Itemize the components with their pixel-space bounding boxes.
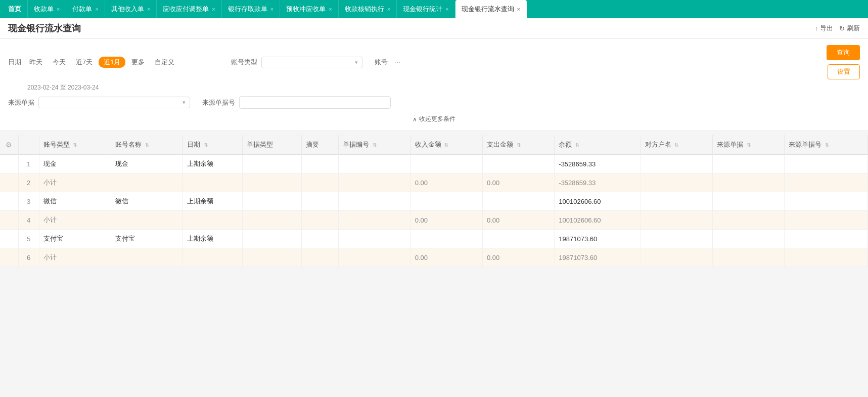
col-gear-cell (0, 173, 18, 192)
col-counterpart-cell (641, 248, 712, 267)
close-icon[interactable]: × (212, 6, 215, 12)
table-row: 6小计0.000.0019871073.60 (0, 248, 868, 267)
col-account-type-cell: 小计 (39, 173, 111, 192)
col-doc-no-cell (339, 173, 410, 192)
col-summary: 摘要 (302, 135, 339, 155)
nav-tab-label: 银行存取款单 (228, 5, 267, 14)
collapse-bar[interactable]: ∧ 收起更多条件 (8, 113, 860, 124)
col-expense-label: 支出金额 (487, 141, 513, 148)
col-source-doc-cell (713, 192, 785, 211)
col-date-cell: 上期余额 (183, 155, 242, 173)
table-row: 5支付宝支付宝上期余额19871073.60 (0, 230, 868, 248)
nav-tab-yinhangcunqu[interactable]: 银行存取款单 × (222, 0, 280, 18)
page-header: 现金银行流水查询 ↑ 导出 ↻ 刷新 (0, 18, 868, 39)
col-gear-cell (0, 211, 18, 230)
gear-icon[interactable]: ⚙ (6, 141, 12, 149)
col-account-name-cell: 微信 (111, 192, 183, 211)
sort-icon[interactable]: ⇅ (747, 142, 751, 148)
nav-tab-label: 应收应付调整单 (163, 5, 209, 14)
source-doc-no-input[interactable] (239, 96, 391, 109)
sort-icon[interactable]: ⇅ (444, 142, 448, 148)
date-option-yesterday[interactable]: 昨天 (25, 57, 47, 68)
nav-tab-label: 现金银行流水查询 (462, 5, 514, 14)
account-no-more-button[interactable]: ··· (392, 58, 402, 67)
date-option-more[interactable]: 更多 (127, 57, 149, 68)
col-gear-cell (0, 155, 18, 173)
sort-icon[interactable]: ⇅ (373, 142, 377, 148)
col-doc-no-cell (339, 230, 410, 248)
col-account-name-cell (111, 248, 183, 267)
date-option-7days[interactable]: 近7天 (72, 57, 97, 68)
close-icon[interactable]: × (517, 6, 520, 12)
nav-tab-yingshouyinfu[interactable]: 应收应付调整单 × (157, 0, 221, 18)
col-balance-cell: 100102606.60 (555, 192, 641, 211)
sort-icon[interactable]: ⇅ (204, 142, 208, 148)
col-expense-cell: 0.00 (483, 248, 555, 267)
account-type-select[interactable]: ▾ (261, 57, 362, 68)
nav-tab-xianjinyinhangliushui[interactable]: 现金银行流水查询 × (455, 0, 527, 18)
col-doc-no: 单据编号 ⇅ (339, 135, 410, 155)
col-num-cell: 3 (18, 192, 39, 211)
export-button[interactable]: ↑ 导出 (815, 24, 834, 33)
col-income-cell: 0.00 (410, 173, 482, 192)
page-title: 现金银行流水查询 (8, 22, 81, 34)
sort-icon[interactable]: ⇅ (145, 142, 149, 148)
close-icon[interactable]: × (95, 6, 98, 12)
table-body: 1现金现金上期余额-3528659.332小计0.000.00-3528659.… (0, 155, 868, 267)
col-num-cell: 4 (18, 211, 39, 230)
nav-tab-qitashoru[interactable]: 其他收入单 × (105, 0, 157, 18)
date-option-today[interactable]: 今天 (49, 57, 70, 68)
col-summary-cell (302, 211, 339, 230)
close-icon[interactable]: × (147, 6, 150, 12)
col-balance-cell: 100102606.60 (555, 211, 641, 230)
query-button[interactable]: 查询 (827, 45, 860, 60)
col-summary-cell (302, 230, 339, 248)
nav-tab-xianjinyinhangstatistics[interactable]: 现金银行统计 × (397, 0, 455, 18)
settings-button[interactable]: 设置 (828, 64, 860, 79)
col-doc-no-cell (339, 192, 410, 211)
close-icon[interactable]: × (329, 6, 332, 12)
source-doc-select[interactable]: ▾ (38, 97, 190, 108)
source-doc-no-filter-group: 来源单据号 (202, 96, 391, 109)
col-account-type-cell: 小计 (39, 211, 111, 230)
col-counterpart-cell (641, 173, 712, 192)
nav-tab-yushouchonying[interactable]: 预收冲应收单 × (280, 0, 338, 18)
refresh-icon: ↻ (839, 25, 845, 32)
sort-icon[interactable]: ⇅ (825, 142, 829, 148)
close-icon[interactable]: × (387, 6, 390, 12)
close-icon[interactable]: × (445, 6, 448, 12)
nav-tab-label: 现金银行统计 (403, 5, 442, 14)
nav-tab-shoukuanhexiao[interactable]: 收款核销执行 × (339, 0, 397, 18)
close-icon[interactable]: × (57, 6, 60, 12)
col-doc-type: 单据类型 (242, 135, 301, 155)
col-account-type-cell: 小计 (39, 248, 111, 267)
col-num-cell: 1 (18, 155, 39, 173)
col-account-type-cell: 微信 (39, 192, 111, 211)
col-counterpart-label: 对方户名 (645, 141, 671, 148)
refresh-button[interactable]: ↻ 刷新 (839, 24, 860, 33)
nav-tab-shoukuan[interactable]: 收款单 × (28, 0, 66, 18)
sort-icon[interactable]: ⇅ (674, 142, 678, 148)
account-type-filter-group: 账号类型 ▾ (231, 57, 362, 68)
date-option-1month[interactable]: 近1月 (99, 57, 125, 68)
account-no-filter-group: 账号 ··· (375, 58, 402, 67)
col-source-doc-no: 来源单据号 ⇅ (785, 135, 868, 155)
col-income-cell (410, 155, 482, 173)
col-source-doc: 来源单据 ⇅ (713, 135, 785, 155)
col-doc-no-cell (339, 155, 410, 173)
col-doc-type-cell (242, 192, 301, 211)
sort-icon[interactable]: ⇅ (517, 142, 521, 148)
sort-icon[interactable]: ⇅ (575, 142, 579, 148)
col-balance-cell: -3528659.33 (555, 155, 641, 173)
collapse-label: 收起更多条件 (419, 115, 455, 123)
col-doc-type-cell (242, 230, 301, 248)
export-label: 导出 (820, 24, 833, 33)
date-option-custom[interactable]: 自定义 (151, 57, 178, 68)
nav-home[interactable]: 首页 (2, 0, 28, 18)
col-counterpart: 对方户名 ⇅ (641, 135, 712, 155)
col-gear-cell (0, 192, 18, 211)
nav-tab-fukuan[interactable]: 付款单 × (66, 0, 105, 18)
table-row: 2小计0.000.00-3528659.33 (0, 173, 868, 192)
sort-icon[interactable]: ⇅ (73, 142, 77, 148)
close-icon[interactable]: × (270, 6, 273, 12)
